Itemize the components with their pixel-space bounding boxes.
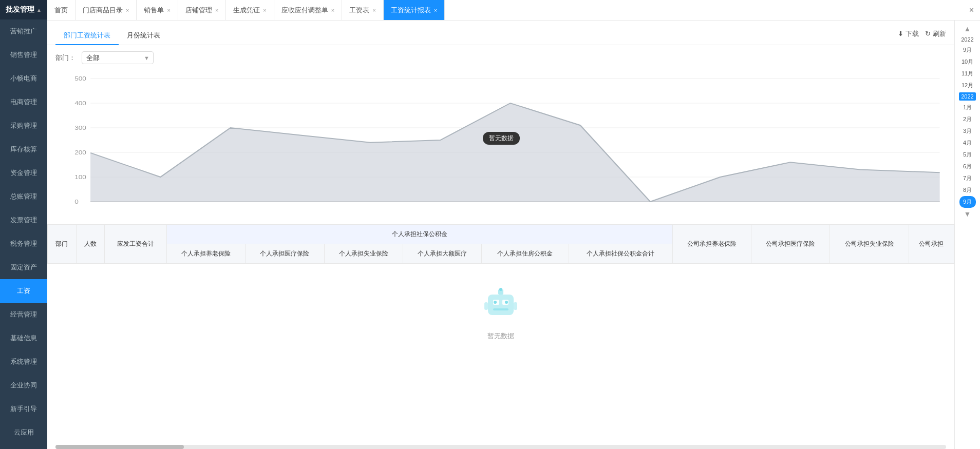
timeline-month-oct-2022[interactable]: 10月	[962, 56, 973, 68]
tab-payroll-sheet[interactable]: 工资表 ×	[342, 0, 383, 20]
timeline-month-jan[interactable]: 1月	[963, 102, 972, 113]
download-icon: ⬇	[898, 30, 903, 37]
sidebar-item-ecommerce[interactable]: 电商管理	[0, 90, 47, 114]
tab-close-voucher[interactable]: ×	[263, 7, 266, 13]
timeline-month-jul[interactable]: 7月	[963, 172, 972, 184]
svg-rect-20	[484, 302, 488, 310]
tab-close-store-catalog[interactable]: ×	[126, 7, 129, 13]
timeline-down-arrow[interactable]: ▼	[962, 208, 973, 220]
table-scrollbar-thumb[interactable]	[55, 445, 184, 449]
th-personal-pension: 个人承担养老保险	[166, 244, 245, 264]
sidebar-arrow-icon: ▲	[36, 7, 42, 13]
th-personal-total: 个人承担社保公积金合计	[569, 244, 672, 264]
department-filter-select[interactable]: 全部	[82, 51, 154, 64]
timeline-month-sep-2022[interactable]: 9月	[963, 44, 972, 56]
th-personal-medical: 个人承担医疗保险	[246, 244, 324, 264]
svg-text:200: 200	[74, 149, 86, 155]
tab-close-store-mgmt[interactable]: ×	[215, 7, 218, 13]
timeline-month-mar[interactable]: 3月	[963, 125, 972, 137]
data-table: 个人承担养老保险 部门 人数 应发工资合计 个人承担社保公积金 公司承担养老保险…	[47, 224, 954, 361]
tab-close-payroll-sheet[interactable]: ×	[372, 7, 375, 13]
sidebar-item-system[interactable]: 系统管理	[0, 350, 47, 374]
timeline-month-feb[interactable]: 2月	[963, 113, 972, 125]
th-company-unemployment: 公司承担失业保险	[830, 225, 909, 264]
table-container[interactable]: 个人承担养老保险 部门 人数 应发工资合计 个人承担社保公积金 公司承担养老保险…	[47, 224, 954, 445]
tab-close-all-button[interactable]: ×	[963, 6, 980, 15]
timeline-month-may[interactable]: 5月	[963, 149, 972, 161]
timeline-month-dec-2022[interactable]: 12月	[962, 80, 973, 91]
th-dept: 部门	[48, 225, 77, 264]
th-company-medical: 公司承担医疗保险	[751, 225, 830, 264]
table-empty-row: 暂无数据	[48, 264, 954, 362]
sidebar-item-guide[interactable]: 新手引导	[0, 397, 47, 421]
sub-tab-department[interactable]: 部门工资统计表	[55, 27, 119, 45]
timeline-panel: ▲ 2022 9月 10月 11月 12月 2022 1月 2月 3月 4月 5…	[954, 21, 980, 449]
th-personal-unemployment: 个人承担失业保险	[324, 244, 403, 264]
sidebar-item-sales[interactable]: 销售管理	[0, 43, 47, 67]
timeline-month-apr[interactable]: 4月	[963, 137, 972, 149]
tab-close-payroll-report[interactable]: ×	[434, 7, 437, 13]
sidebar-item-tax[interactable]: 税务管理	[0, 232, 47, 256]
tab-ar-ap[interactable]: 应收应付调整单 ×	[274, 0, 342, 20]
sidebar-item-ecommerce-small[interactable]: 小畅电商	[0, 67, 47, 90]
sidebar-item-cooperation[interactable]: 企业协同	[0, 374, 47, 397]
sidebar-header[interactable]: 批发管理 ▲	[0, 0, 47, 19]
sidebar-item-invoice[interactable]: 发票管理	[0, 208, 47, 232]
sidebar-item-inventory[interactable]: 库存核算	[0, 138, 47, 161]
svg-text:0: 0	[74, 199, 79, 205]
sidebar-item-basic-info[interactable]: 基础信息	[0, 326, 47, 350]
svg-text:500: 500	[74, 75, 86, 82]
th-company-more: 公司承担	[909, 225, 954, 264]
svg-rect-21	[514, 302, 517, 310]
timeline-up-arrow[interactable]: ▲	[962, 23, 973, 35]
sidebar-item-operations[interactable]: 经营管理	[0, 303, 47, 326]
th-company-pension: 公司承担养老保险	[672, 225, 751, 264]
tab-close-ar-ap[interactable]: ×	[331, 7, 334, 13]
empty-icon	[480, 284, 521, 325]
sub-tab-monthly[interactable]: 月份统计表	[119, 27, 168, 45]
sidebar-item-ledger[interactable]: 总账管理	[0, 185, 47, 208]
tab-sales[interactable]: 销售单 ×	[137, 0, 178, 20]
th-personal-housing: 个人承担住房公积金	[482, 244, 569, 264]
tab-bar: 首页 门店商品目录 × 销售单 × 店铺管理 × 生成凭证 × 应收应付调整单 …	[47, 0, 980, 21]
sidebar-item-finance[interactable]: 资金管理	[0, 161, 47, 185]
tab-store-catalog[interactable]: 门店商品目录 ×	[76, 0, 137, 20]
th-personal-insurance: 个人承担社保公积金	[166, 225, 672, 244]
svg-text:400: 400	[74, 100, 86, 106]
filter-bar: 部门： 全部 ▼	[47, 45, 954, 70]
sub-tab-bar: 部门工资统计表 月份统计表 ⬇ 下载 ↻ 刷新	[47, 21, 954, 45]
svg-rect-17	[493, 308, 508, 310]
svg-point-15	[494, 301, 497, 304]
empty-state: 暂无数据	[48, 264, 954, 361]
chart-area: 500 400 300 200 100 0	[47, 70, 954, 224]
refresh-button[interactable]: ↻ 刷新	[925, 29, 946, 38]
sidebar-item-assets[interactable]: 固定资产	[0, 256, 47, 279]
tab-store-mgmt[interactable]: 店铺管理 ×	[178, 0, 226, 20]
svg-text:300: 300	[74, 125, 86, 131]
timeline-month-aug[interactable]: 8月	[963, 184, 972, 196]
timeline-current-year[interactable]: 2022	[959, 92, 975, 101]
th-count: 人数	[76, 225, 105, 264]
tab-payroll-report[interactable]: 工资统计报表 ×	[384, 0, 445, 20]
svg-rect-12	[488, 295, 514, 315]
sidebar-item-marketing[interactable]: 营销推广	[0, 19, 47, 43]
sidebar-item-purchase[interactable]: 采购管理	[0, 114, 47, 138]
svg-point-16	[505, 301, 508, 304]
timeline-month-sep-active[interactable]: 9月	[959, 196, 976, 208]
tab-home[interactable]: 首页	[47, 0, 76, 20]
sidebar-settings-button[interactable]: ⚙	[0, 444, 47, 449]
sidebar: 批发管理 ▲ 营销推广 销售管理 小畅电商 电商管理 采购管理 库存核算 资金管…	[0, 0, 47, 449]
tab-voucher[interactable]: 生成凭证 ×	[226, 0, 274, 20]
department-filter-wrapper: 全部 ▼	[82, 51, 154, 64]
svg-point-19	[499, 288, 502, 291]
sidebar-item-payroll[interactable]: 工资	[0, 279, 47, 303]
sidebar-item-cloud[interactable]: 云应用	[0, 421, 47, 444]
empty-text: 暂无数据	[487, 331, 514, 341]
tab-close-sales[interactable]: ×	[167, 7, 170, 13]
table-scrollbar[interactable]	[55, 445, 946, 449]
timeline-month-nov-2022[interactable]: 11月	[962, 68, 973, 80]
timeline-month-jun[interactable]: 6月	[963, 161, 972, 172]
content-area: 部门工资统计表 月份统计表 ⬇ 下载 ↻ 刷新	[47, 21, 980, 449]
download-button[interactable]: ⬇ 下载	[898, 29, 919, 38]
th-total-wage: 应发工资合计	[105, 225, 167, 264]
